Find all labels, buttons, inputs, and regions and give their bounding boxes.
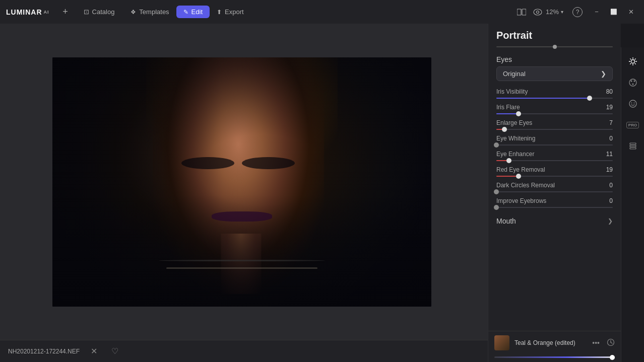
right-panel: Portrait Eyes Original ❯ [488,24,621,362]
close-file-button[interactable]: ✕ [87,344,101,358]
panel-title: Portrait [488,24,621,46]
slider-value-5: 19 [606,166,613,173]
svg-rect-25 [630,148,636,149]
catalog-nav[interactable]: ⊡ Catalog [77,6,122,18]
canvas-area: NH20201212-172244.NEF ✕ ♡ [0,24,488,362]
eyes-dropdown[interactable]: Original ❯ [496,66,613,81]
svg-point-17 [630,81,632,82]
photo-frame [52,57,431,307]
dropdown-chevron-icon: ❯ [601,70,606,78]
slider-row-5: Red Eye Removal 19 [488,164,621,179]
slider-row-2: Enlarge Eyes 7 [488,117,621,132]
svg-point-2 [534,9,542,15]
sun-icon-btn[interactable] [624,52,642,70]
slider-track-4[interactable] [496,160,613,161]
zoom-chevron-icon: ▾ [561,9,563,15]
pro-badge-btn[interactable]: PRO [624,116,642,134]
photo-container [52,57,435,307]
slider-label-5: Red Eye Removal [496,166,545,173]
slider-track-7[interactable] [496,207,613,208]
svg-line-13 [634,63,635,64]
templates-nav[interactable]: ❖ Templates [123,6,176,18]
canvas-inner [0,24,488,340]
slider-label-3: Eye Whitening [496,135,535,142]
layer-gradient-thumb[interactable] [610,355,615,360]
slider-row-4: Eye Enhancer 11 [488,149,621,163]
svg-point-19 [632,84,633,85]
svg-point-16 [629,79,636,86]
svg-point-22 [633,103,634,104]
slider-value-2: 7 [609,119,613,126]
slider-track-2[interactable] [496,129,613,130]
slider-track-0[interactable] [496,98,613,99]
layer-name: Teal & Orange (edited) [514,339,585,346]
edit-icon: ✎ [183,9,188,16]
edit-nav[interactable]: ✎ Edit [176,6,210,18]
slider-value-3: 0 [609,135,613,142]
slider-track-5[interactable] [496,176,613,177]
slider-thumb-7[interactable] [494,205,499,210]
minimize-button[interactable]: − [590,5,604,19]
slider-thumb-3[interactable] [494,142,499,148]
slider-row-1: Iris Flare 19 [488,102,621,116]
titlebar: LUMINARAI + ⊡ Catalog ❖ Templates ✎ Edit… [0,0,644,24]
window-controls: − ⬜ ✕ [590,5,638,19]
layer-gradient-track [494,356,615,358]
svg-rect-0 [517,9,521,15]
slider-label-0: Iris Visibility [496,88,528,95]
help-icon: ? [572,7,583,17]
layer-time-icon [607,338,615,348]
mouth-chevron-icon: ❯ [608,218,613,225]
svg-point-21 [631,103,632,104]
top-slider-row [488,46,621,51]
slider-thumb-6[interactable] [494,189,499,194]
close-button[interactable]: ✕ [624,5,638,19]
preview-button[interactable] [530,4,546,20]
slider-track-1[interactable] [496,113,613,114]
help-button[interactable]: ? [569,4,586,20]
layer-thumbnail [494,335,509,350]
slider-thumb-1[interactable] [516,111,521,116]
slider-value-4: 11 [606,151,613,158]
favorite-button[interactable]: ♡ [108,344,122,358]
svg-point-7 [631,60,634,63]
zoom-control[interactable]: 12% ▾ [546,8,563,16]
catalog-icon: ⊡ [84,8,89,16]
export-nav[interactable]: ⬆ Export [210,6,251,18]
face-icon-btn[interactable] [624,95,642,113]
export-icon: ⬆ [217,9,222,16]
svg-line-14 [634,59,635,59]
slider-track-6[interactable] [496,191,613,192]
slider-thumb-4[interactable] [506,158,511,163]
svg-rect-23 [630,143,636,144]
slider-value-7: 0 [609,197,613,204]
slider-thumb-2[interactable] [502,127,507,132]
palette-icon-btn[interactable] [624,74,642,92]
add-button[interactable]: + [58,5,73,19]
compare-button[interactable] [513,4,530,20]
svg-point-3 [536,11,539,13]
main-area: NH20201212-172244.NEF ✕ ♡ Portrait [0,24,644,362]
slider-thumb-5[interactable] [516,174,521,179]
svg-line-12 [630,59,630,59]
mouth-section[interactable]: Mouth ❯ [488,211,621,229]
slider-label-7: Improve Eyebrows [496,197,546,204]
slider-label-1: Iris Flare [496,104,520,111]
slider-track-3[interactable] [496,144,613,146]
slider-value-0: 80 [606,88,613,95]
layer-more-button[interactable]: ••• [590,337,602,349]
slider-label-4: Eye Enhancer [496,151,534,158]
slider-label-6: Dark Circles Removal [496,182,555,189]
sliders-container: Iris Visibility 80 Iris Flare 19 Enlarge… [488,86,621,210]
app-logo: LUMINARAI [6,8,49,16]
right-icons-bar: PRO [621,47,644,362]
svg-rect-1 [522,9,526,15]
maximize-button[interactable]: ⬜ [607,5,621,19]
svg-point-20 [629,100,636,107]
layers-icon-btn[interactable] [624,137,642,155]
slider-label-2: Enlarge Eyes [496,119,532,126]
zoom-value: 12% [546,8,559,16]
slider-thumb-0[interactable] [587,96,592,101]
svg-point-18 [633,81,635,82]
slider-value-1: 19 [606,104,613,111]
